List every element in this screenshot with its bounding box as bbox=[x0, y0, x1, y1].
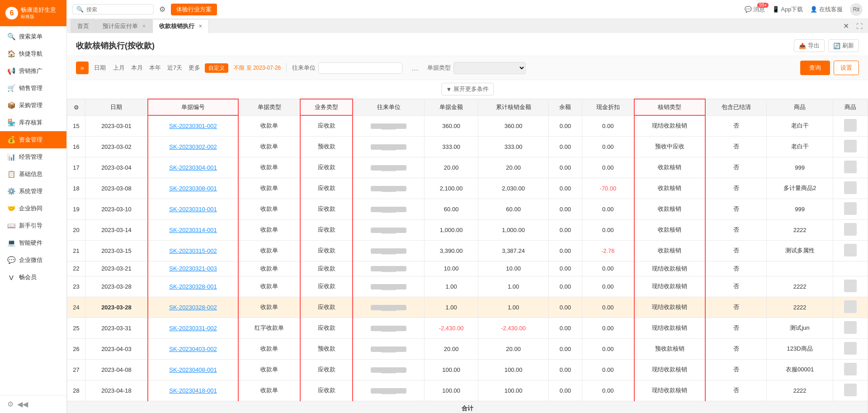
cell-doc-no[interactable]: SK-20230315-002 bbox=[148, 240, 238, 261]
doc-no-link[interactable]: SK-20230315-002 bbox=[169, 247, 217, 254]
sidebar-item-12[interactable]: 💻智能硬件 bbox=[0, 234, 66, 252]
date-this-year[interactable]: 本年 bbox=[147, 63, 163, 73]
cell-doc-no[interactable]: SK-20230418-001 bbox=[148, 380, 238, 401]
expand-btn[interactable]: ▼ 展开更多条件 bbox=[441, 83, 494, 95]
cell-biz-type: 应收款 bbox=[300, 178, 353, 199]
cell-cash-discount: 0.00 bbox=[582, 115, 634, 136]
doc-no-link[interactable]: SK-20230310-001 bbox=[169, 206, 217, 213]
cell-cumulative-amount: 10.00 bbox=[478, 261, 549, 276]
topbar-search[interactable]: 🔍 bbox=[72, 4, 154, 14]
cell-counterparty: ████ bbox=[353, 338, 424, 359]
query-btn[interactable]: 查询 bbox=[800, 61, 830, 75]
cell-doc-no[interactable]: SK-20230302-002 bbox=[148, 136, 238, 157]
cell-doc-no[interactable]: SK-20230408-001 bbox=[148, 359, 238, 380]
doc-no-link[interactable]: SK-20230321-003 bbox=[169, 265, 217, 272]
doc-no-link[interactable]: SK-20230418-001 bbox=[169, 387, 217, 394]
date-more[interactable]: 更多 bbox=[187, 63, 202, 73]
setting-btn[interactable]: 设置 bbox=[834, 61, 859, 75]
sidebar-item-4[interactable]: 📦采购管理 bbox=[0, 97, 66, 114]
table-row[interactable]: 152023-03-01SK-20230301-002收款单应收款████360… bbox=[67, 115, 868, 136]
maximize-btn[interactable]: ⛶ bbox=[854, 23, 864, 30]
table-row[interactable]: 182023-03-08SK-20230308-001收款单应收款████2,1… bbox=[67, 178, 868, 199]
cell-doc-no[interactable]: SK-20230328-002 bbox=[148, 297, 238, 318]
doc-no-link[interactable]: SK-20230301-002 bbox=[169, 123, 217, 129]
collapse-icon[interactable]: ◀◀ bbox=[17, 400, 28, 408]
online-service-btn[interactable]: 👤 在线客服 bbox=[810, 5, 843, 14]
doc-no-link[interactable]: SK-20230314-001 bbox=[169, 227, 217, 233]
search-input[interactable] bbox=[86, 6, 150, 13]
counterparty-input[interactable] bbox=[318, 62, 402, 74]
cell-doc-no[interactable]: SK-20230301-002 bbox=[148, 115, 238, 136]
tab-2[interactable]: 收款核销执行× bbox=[152, 19, 209, 33]
table-row[interactable]: 272023-04-08SK-20230408-001收款单应收款████100… bbox=[67, 359, 868, 380]
user-avatar[interactable]: Rit bbox=[850, 3, 863, 16]
cell-doc-no[interactable]: SK-20230403-002 bbox=[148, 338, 238, 359]
cell-doc-no[interactable]: SK-20230314-001 bbox=[148, 219, 238, 240]
table-row[interactable]: 202023-03-14SK-20230314-001收款单应收款████1,0… bbox=[67, 219, 868, 240]
doc-no-link[interactable]: SK-20230308-001 bbox=[169, 185, 217, 192]
table-row[interactable]: 192023-03-10SK-20230310-001收款单应收款████60.… bbox=[67, 199, 868, 219]
table-row[interactable]: 242023-03-28SK-20230328-002收款单应收款████1.0… bbox=[67, 297, 868, 318]
cell-write-off-type: 收款核销 bbox=[634, 199, 705, 219]
date-last-7days[interactable]: 近7天 bbox=[165, 63, 184, 73]
sidebar-item-13[interactable]: 💬企业微信 bbox=[0, 252, 66, 269]
date-custom-btn[interactable]: 自定义 bbox=[205, 63, 228, 73]
sidebar-item-9[interactable]: ⚙️系统管理 bbox=[0, 183, 66, 200]
table-row[interactable]: 212023-03-15SK-20230315-002收款单应收款████3,3… bbox=[67, 240, 868, 261]
sidebar-item-1[interactable]: 🏠快捷导航 bbox=[0, 45, 66, 62]
cell-goods-image bbox=[833, 276, 868, 297]
table-row[interactable]: 282023-04-18SK-20230418-001收款单应收款████100… bbox=[67, 380, 868, 401]
col-header-settings[interactable]: ⚙ bbox=[67, 99, 85, 115]
industry-btn[interactable]: 体验行业方案 bbox=[171, 4, 217, 15]
cell-doc-no[interactable]: SK-20230321-003 bbox=[148, 261, 238, 276]
tab-1[interactable]: 预计应应付单× bbox=[96, 19, 152, 33]
filter-toggle-btn[interactable]: » bbox=[76, 62, 89, 74]
sidebar-item-10[interactable]: 🤝企业协同 bbox=[0, 200, 66, 217]
table-row[interactable]: 172023-03-04SK-20230304-001收款单应收款████20.… bbox=[67, 157, 868, 178]
export-btn[interactable]: 📤 导出 bbox=[794, 39, 825, 52]
close-window-btn[interactable]: ✕ bbox=[840, 22, 853, 30]
table-row[interactable]: 262023-04-03SK-20230403-002收款单预收款████20.… bbox=[67, 338, 868, 359]
table-row[interactable]: 232023-03-28SK-20230328-001收款单应收款████1.0… bbox=[67, 276, 868, 297]
table-row[interactable]: 222023-03-21SK-20230321-003收款单应收款████10.… bbox=[67, 261, 868, 276]
doc-type-select[interactable] bbox=[453, 62, 526, 74]
table-row[interactable]: 252023-03-31SK-20230331-002红字收款单应收款████-… bbox=[67, 318, 868, 338]
cell-doc-amount: 360.00 bbox=[424, 115, 478, 136]
sidebar-item-3[interactable]: 🛒销售管理 bbox=[0, 80, 66, 97]
sidebar-item-7[interactable]: 📊经营管理 bbox=[0, 148, 66, 166]
gear-icon[interactable]: ⚙ bbox=[159, 5, 165, 14]
filter-more-dots[interactable]: ... bbox=[408, 63, 422, 73]
date-last-month[interactable]: 上月 bbox=[111, 63, 127, 73]
cell-doc-no[interactable]: SK-20230308-001 bbox=[148, 178, 238, 199]
settings-bottom-icon[interactable]: ⚙ bbox=[7, 400, 14, 408]
doc-no-link[interactable]: SK-20230403-002 bbox=[169, 346, 217, 352]
sidebar-item-2[interactable]: 📢营销推广 bbox=[0, 62, 66, 80]
doc-no-link[interactable]: SK-20230328-002 bbox=[169, 304, 217, 311]
table-row[interactable]: 162023-03-02SK-20230302-002收款单预收款████333… bbox=[67, 136, 868, 157]
sidebar-item-14[interactable]: V畅会员 bbox=[0, 269, 66, 286]
refresh-icon: 🔄 bbox=[833, 43, 840, 49]
cell-doc-no[interactable]: SK-20230328-001 bbox=[148, 276, 238, 297]
cell-doc-no[interactable]: SK-20230331-002 bbox=[148, 318, 238, 338]
doc-no-link[interactable]: SK-20230331-002 bbox=[169, 325, 217, 332]
tab-close-2[interactable]: × bbox=[199, 23, 202, 29]
sidebar-item-11[interactable]: 📖新手引导 bbox=[0, 217, 66, 234]
tab-0[interactable]: 首页 bbox=[71, 19, 96, 33]
doc-no-link[interactable]: SK-20230302-002 bbox=[169, 143, 217, 150]
doc-no-link[interactable]: SK-20230304-001 bbox=[169, 164, 217, 171]
sidebar-item-6[interactable]: 💰资金管理 bbox=[0, 131, 66, 148]
sidebar-item-5[interactable]: 🏪库存核算 bbox=[0, 114, 66, 131]
cell-doc-no[interactable]: SK-20230310-001 bbox=[148, 199, 238, 219]
date-this-month[interactable]: 本月 bbox=[129, 63, 145, 73]
app-download-btn[interactable]: 📱 App下载 bbox=[772, 5, 803, 14]
sidebar-item-0[interactable]: 🔍搜索菜单 bbox=[0, 28, 66, 45]
sidebar-item-8[interactable]: 📋基础信息 bbox=[0, 166, 66, 183]
cell-goods-image bbox=[833, 240, 868, 261]
doc-no-link[interactable]: SK-20230328-001 bbox=[169, 283, 217, 290]
notification-btn[interactable]: 💬 消息 99+ bbox=[745, 5, 765, 14]
refresh-btn[interactable]: 🔄 刷新 bbox=[828, 39, 859, 52]
doc-no-link[interactable]: SK-20230408-001 bbox=[169, 366, 217, 373]
tab-close-1[interactable]: × bbox=[142, 23, 146, 29]
cell-doc-no[interactable]: SK-20230304-001 bbox=[148, 157, 238, 178]
table-settings-icon[interactable]: ⚙ bbox=[74, 104, 79, 111]
